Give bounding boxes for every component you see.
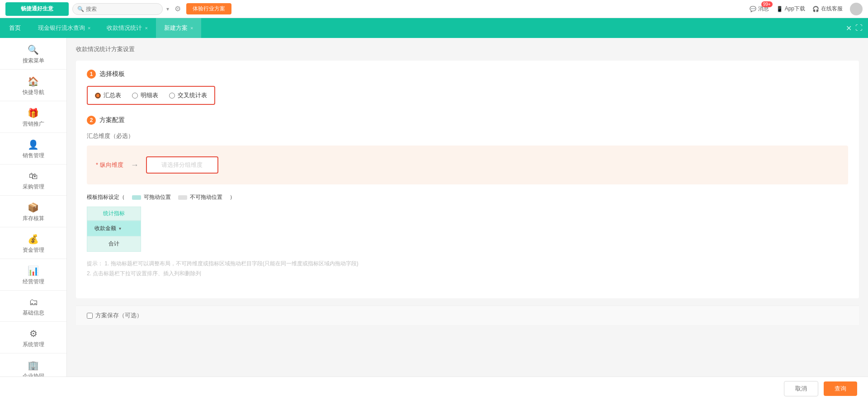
metrics-col-stats: 统计指标 收款金额 ▾ 合计 [87,207,141,252]
maximize-window-icon[interactable]: ⛶ [855,24,863,32]
tab-collection-close-icon[interactable]: × [145,25,147,31]
step2-number: 2 [87,116,96,125]
basic-info-icon: 🗂 [29,297,38,307]
template-radio-group: 汇总表 明细表 交叉统计表 [87,86,215,105]
tab-new-plan[interactable]: 新建方案 × [156,18,201,38]
save-checkbox-label[interactable]: 方案保存（可选） [87,311,142,320]
save-section: 方案保存（可选） [76,306,859,325]
dimension-row-label: * 纵向维度 [96,161,123,169]
search-chevron-icon[interactable]: ▾ [166,6,169,12]
metrics-close-paren: ） [230,193,235,201]
step1-number: 1 [87,70,96,79]
dimension-arrow-icon: → [131,160,139,170]
message-button[interactable]: 💬 消息 99+ [750,5,769,13]
finance-icon: 💰 [28,234,39,245]
search-input[interactable] [86,6,149,12]
sidebar-item-finance[interactable]: 💰 资金管理 [0,227,66,259]
col-header-chevron-icon[interactable]: ▾ [119,226,121,231]
dimension-row: * 纵向维度 → 请选择分组维度 [96,156,839,174]
config-section: 汇总维度（必选） * 纵向维度 → 请选择分组维度 模板指标设定（ [87,132,848,278]
sidebar-item-inventory[interactable]: 📦 库存核算 [0,196,66,227]
online-service-button[interactable]: 🎧 在线客服 [812,5,843,13]
operation-icon: 📊 [28,265,39,276]
step1-header: 1 选择模板 [87,70,848,79]
tab-bank[interactable]: 现金银行流水查询 × [30,18,99,38]
sidebar: 🔍 搜索菜单 🏠 快捷导航 🎁 营销推广 👤 销售管理 🛍 采购管理 📦 库存核… [0,38,67,376]
app-download-button[interactable]: 📱 App下载 [776,5,805,13]
metrics-section: 模板指标设定（ 可拖动位置 不可拖动位置 ） [87,193,848,252]
message-icon: 💬 [750,6,756,12]
radio-detail-input[interactable] [132,93,138,99]
radio-summary[interactable]: 汇总表 [95,91,121,99]
purchase-icon: 🛍 [29,171,38,181]
search-bar[interactable]: 🔍 [72,3,163,15]
sidebar-item-sales[interactable]: 👤 销售管理 [0,133,66,165]
sidebar-item-enterprise[interactable]: 🏢 企业协同 [0,353,66,376]
stats-col-header-label: 统计指标 [87,207,141,221]
legend-fixed: 不可拖动位置 [178,193,222,201]
quick-nav-icon: 🏠 [28,76,39,87]
tab-collection[interactable]: 收款情况统计 × [99,18,156,38]
message-badge: 99+ [761,1,773,7]
sidebar-item-marketing[interactable]: 🎁 营销推广 [0,101,66,133]
query-button[interactable]: 查询 [824,381,857,396]
dimension-select-dropdown[interactable]: 请选择分组维度 [146,156,218,174]
dimension-title: 汇总维度（必选） [87,132,848,140]
tab-bank-close-icon[interactable]: × [88,25,90,31]
movable-dot [132,195,141,200]
breadcrumb: 收款情况统计方案设置 [76,45,859,53]
sidebar-item-purchase[interactable]: 🛍 采购管理 [0,165,66,196]
main-layout: 🔍 搜索菜单 🏠 快捷导航 🎁 营销推广 👤 销售管理 🛍 采购管理 📦 库存核… [0,38,868,376]
enterprise-icon: 🏢 [28,360,39,371]
metrics-cell-total: 合计 [87,236,141,252]
settings-gear-icon[interactable]: ⚙ [173,3,183,15]
metrics-col-header[interactable]: 收款金额 ▾ [87,221,141,236]
step2-section: 2 方案配置 汇总维度（必选） * 纵向维度 → 请选择分组维度 [87,116,848,278]
metrics-legend: 模板指标设定（ 可拖动位置 不可拖动位置 ） [87,193,848,201]
marketing-icon: 🎁 [28,108,39,118]
radio-summary-input[interactable] [95,93,101,99]
download-icon: 📱 [776,6,783,12]
top-bar-right: 💬 消息 99+ 📱 App下载 🎧 在线客服 [750,3,863,15]
step1-title: 选择模板 [99,70,125,78]
nav-right-controls: ✕ ⛶ [846,18,868,38]
sales-icon: 👤 [28,139,39,150]
radio-cross[interactable]: 交叉统计表 [169,91,207,99]
sidebar-item-search-menu[interactable]: 🔍 搜索菜单 [0,38,66,70]
fixed-dot [178,195,187,200]
sidebar-item-quick-nav[interactable]: 🏠 快捷导航 [0,70,66,101]
close-window-icon[interactable]: ✕ [846,24,852,33]
top-bar: 畅捷通好生意 🔍 ▾ ⚙ 体验行业方案 💬 消息 99+ 📱 App下载 🎧 在… [0,0,868,18]
dimension-area: * 纵向维度 → 请选择分组维度 [87,146,848,184]
radio-detail[interactable]: 明细表 [132,91,158,99]
main-card: 1 选择模板 汇总表 明细表 [76,61,859,298]
step1-section: 1 选择模板 汇总表 明细表 [87,70,848,105]
save-checkbox[interactable] [87,313,93,319]
metrics-title: 模板指标设定（ [87,193,125,201]
avatar[interactable] [850,3,863,15]
sidebar-item-operation[interactable]: 📊 经营管理 [0,259,66,291]
tab-new-plan-close-icon[interactable]: × [190,25,193,31]
industry-solution-button[interactable]: 体验行业方案 [186,3,231,14]
tips-section: 提示： 1. 拖动标题栏可以调整布局，不可跨维度或指标区域拖动栏目字段(只能在同… [87,259,848,278]
radio-cross-input[interactable] [169,93,175,99]
inventory-icon: 📦 [28,202,39,213]
sidebar-item-system[interactable]: ⚙ 系统管理 [0,322,66,353]
tab-home[interactable]: 首页 [0,18,30,38]
content-inner: 收款情况统计方案设置 1 选择模板 汇总表 [67,38,868,361]
logo: 畅捷通好生意 [5,2,69,16]
search-menu-icon: 🔍 [28,44,39,55]
cancel-button[interactable]: 取消 [784,381,818,396]
step2-header: 2 方案配置 [87,116,848,125]
legend-movable: 可拖动位置 [132,193,171,201]
content-area: 收款情况统计方案设置 1 选择模板 汇总表 [67,38,868,376]
metrics-table: 统计指标 收款金额 ▾ 合计 [87,207,848,252]
service-icon: 🎧 [812,6,819,12]
step2-title: 方案配置 [99,116,125,124]
system-icon: ⚙ [29,328,38,339]
search-icon: 🔍 [77,6,84,12]
footer-bar: 取消 查询 [0,376,868,400]
nav-tabs: 首页 现金银行流水查询 × 收款情况统计 × 新建方案 × ✕ ⛶ [0,18,868,38]
sidebar-item-basic-info[interactable]: 🗂 基础信息 [0,291,66,322]
